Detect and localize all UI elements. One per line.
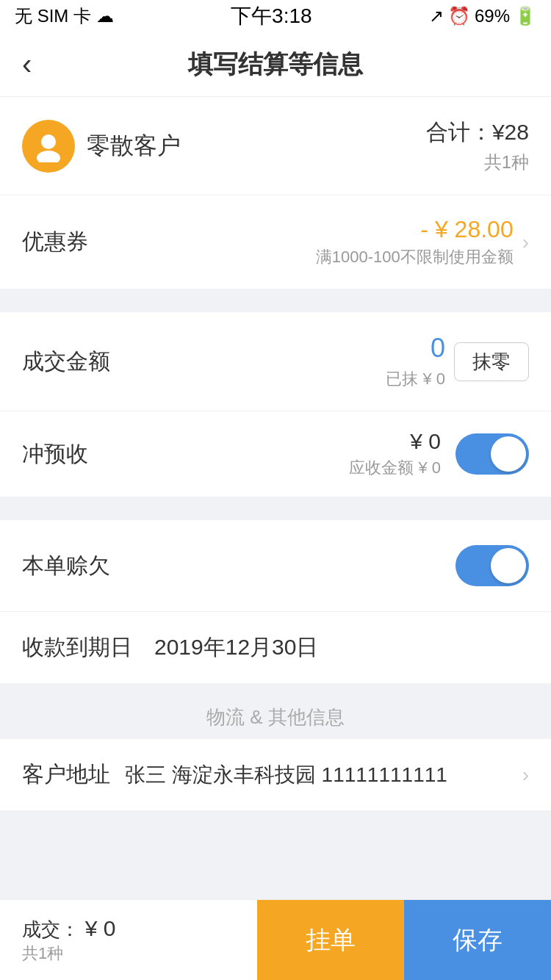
section-divider-2: [0, 508, 551, 520]
debt-toggle[interactable]: [455, 545, 529, 586]
status-time: 下午3:18: [231, 2, 312, 30]
location-icon: ↗: [429, 6, 444, 26]
status-bar: 无 SIM 卡 ☁ 下午3:18 ↗ ⏰ 69% 🔋: [0, 0, 551, 32]
logistics-section-header: 物流 & 其他信息: [0, 695, 551, 739]
prepay-values: ¥ 0 应收金额 ¥ 0: [349, 429, 441, 479]
already-rounded: 已抹 ¥ 0: [386, 368, 445, 390]
coupon-amount: - ¥ 28.00: [316, 216, 514, 243]
prepay-receivable: 应收金额 ¥ 0: [349, 457, 441, 479]
transaction-value-area: 0 已抹 ¥ 0: [386, 333, 445, 390]
bottom-bar: 成交： ¥ 0 共1种 挂单 保存: [0, 899, 551, 980]
avatar: [22, 120, 75, 173]
due-date-label: 收款到期日: [22, 633, 132, 663]
status-left: 无 SIM 卡 ☁: [15, 4, 114, 28]
transaction-card: 成交金额 0 已抹 ¥ 0 抹零 冲预收 ¥ 0 应收金额 ¥ 0: [0, 312, 551, 497]
due-date-row[interactable]: 收款到期日 2019年12月30日: [0, 611, 551, 683]
customer-row: 零散客户 合计：¥28 共1种: [0, 97, 551, 195]
prepay-label: 冲预收: [22, 439, 88, 469]
nav-bar: ‹ 填写结算等信息: [0, 32, 551, 97]
page-title: 填写结算等信息: [188, 48, 363, 82]
main-content: 零散客户 合计：¥28 共1种 优惠券 - ¥ 28.00 满1000-100不…: [0, 97, 551, 910]
bottom-summary: 成交： ¥ 0 共1种: [0, 916, 257, 965]
toggle-circle: [491, 436, 526, 472]
coupon-value: - ¥ 28.00 满1000-100不限制使用金额: [316, 216, 514, 268]
customer-left: 零散客户: [22, 120, 181, 173]
address-card: 客户地址 张三 海淀永丰科技园 11111111111 ›: [0, 739, 551, 810]
prepay-right: ¥ 0 应收金额 ¥ 0: [349, 429, 529, 479]
address-label: 客户地址: [22, 760, 110, 790]
bottom-deal-label: 成交：: [22, 918, 79, 940]
hold-button[interactable]: 挂单: [257, 900, 404, 981]
prepay-row: 冲预收 ¥ 0 应收金额 ¥ 0: [0, 411, 551, 497]
address-row[interactable]: 客户地址 张三 海淀永丰科技园 11111111111 ›: [0, 739, 551, 810]
total-count: 共1种: [426, 151, 529, 174]
debt-toggle-circle: [491, 548, 526, 583]
svg-point-0: [41, 134, 56, 149]
logistics-label: 物流 & 其他信息: [206, 705, 345, 730]
battery-level: 69%: [475, 6, 510, 26]
coupon-desc: 满1000-100不限制使用金额: [316, 246, 514, 268]
total-amount: 合计：¥28: [426, 118, 529, 148]
bottom-deal-count: 共1种: [22, 943, 235, 965]
svg-point-1: [37, 151, 60, 162]
bottom-deal-amount: ¥ 0: [85, 916, 116, 940]
transaction-label: 成交金额: [22, 347, 110, 377]
coupon-label: 优惠券: [22, 227, 88, 257]
prepay-amount: ¥ 0: [349, 429, 441, 454]
transaction-row: 成交金额 0 已抹 ¥ 0 抹零: [0, 312, 551, 411]
save-button[interactable]: 保存: [404, 900, 551, 981]
coupon-right: - ¥ 28.00 满1000-100不限制使用金额 ›: [316, 216, 529, 268]
customer-name: 零散客户: [87, 130, 181, 162]
transaction-right: 0 已抹 ¥ 0 抹零: [386, 333, 529, 390]
section-divider-1: [0, 300, 551, 312]
debt-card: 本单赊欠 收款到期日 2019年12月30日: [0, 520, 551, 683]
sim-status: 无 SIM 卡 ☁: [15, 4, 114, 28]
transaction-amount[interactable]: 0: [386, 333, 445, 364]
coupon-row[interactable]: 优惠券 - ¥ 28.00 满1000-100不限制使用金额 ›: [0, 195, 551, 289]
address-value: 张三 海淀永丰科技园 11111111111: [125, 761, 522, 789]
status-right: ↗ ⏰ 69% 🔋: [429, 6, 536, 26]
debt-row: 本单赊欠: [0, 520, 551, 611]
round-zero-button[interactable]: 抹零: [454, 342, 529, 381]
customer-card: 零散客户 合计：¥28 共1种 优惠券 - ¥ 28.00 满1000-100不…: [0, 97, 551, 289]
alarm-icon: ⏰: [448, 6, 470, 26]
back-button[interactable]: ‹: [22, 48, 32, 81]
debt-label: 本单赊欠: [22, 551, 110, 581]
address-chevron-icon: ›: [522, 763, 529, 787]
battery-icon: 🔋: [514, 6, 536, 26]
prepay-toggle[interactable]: [455, 433, 529, 475]
user-icon: [32, 130, 65, 162]
due-date-value: 2019年12月30日: [154, 633, 318, 663]
customer-summary: 合计：¥28 共1种: [426, 118, 529, 174]
bottom-deal-row: 成交： ¥ 0: [22, 916, 235, 943]
chevron-right-icon: ›: [522, 231, 529, 254]
